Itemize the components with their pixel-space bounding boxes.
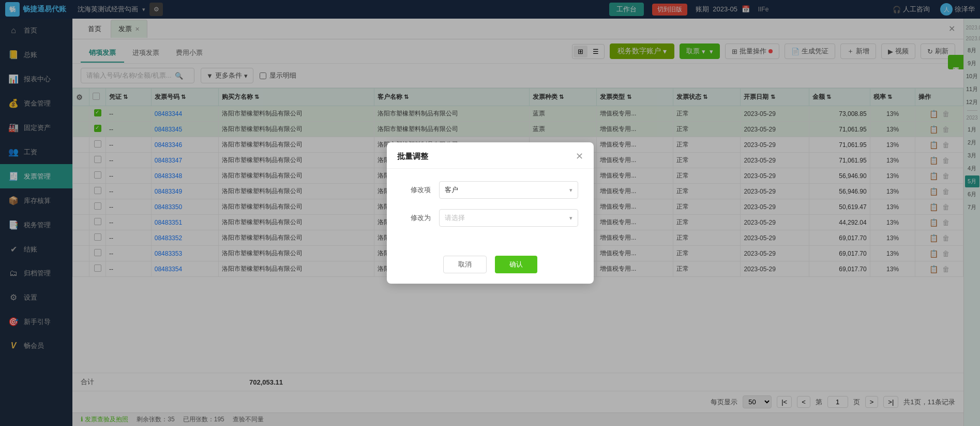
modify-field-arrow: ▾ — [569, 187, 572, 194]
modal-cancel-btn[interactable]: 取消 — [443, 256, 487, 273]
modify-to-label: 修改为 — [402, 213, 431, 223]
modal-footer: 取消 确认 — [387, 249, 594, 284]
modal-body: 修改项 客户 ▾ 修改为 请选择 ▾ — [387, 169, 594, 249]
modify-to-arrow: ▾ — [569, 215, 572, 222]
modal-title: 批量调整 — [397, 152, 428, 161]
modify-to-placeholder: 请选择 — [445, 213, 465, 223]
modify-field-label: 修改项 — [402, 185, 431, 195]
modify-to-select[interactable]: 请选择 ▾ — [439, 209, 578, 227]
modal-row-modify-to: 修改为 请选择 ▾ — [402, 209, 578, 227]
modify-field-select[interactable]: 客户 ▾ — [439, 181, 578, 199]
modal-overlay: 批量调整 ✕ 修改项 客户 ▾ 修改为 请选择 ▾ 取消 确认 — [0, 0, 980, 426]
modal-confirm-btn[interactable]: 确认 — [495, 256, 537, 273]
batch-adjust-modal: 批量调整 ✕ 修改项 客户 ▾ 修改为 请选择 ▾ 取消 确认 — [387, 142, 594, 284]
modal-header: 批量调整 ✕ — [387, 142, 594, 169]
modal-row-modify-field: 修改项 客户 ▾ — [402, 181, 578, 199]
modal-close-btn[interactable]: ✕ — [576, 151, 583, 162]
modify-field-value: 客户 — [445, 185, 458, 195]
